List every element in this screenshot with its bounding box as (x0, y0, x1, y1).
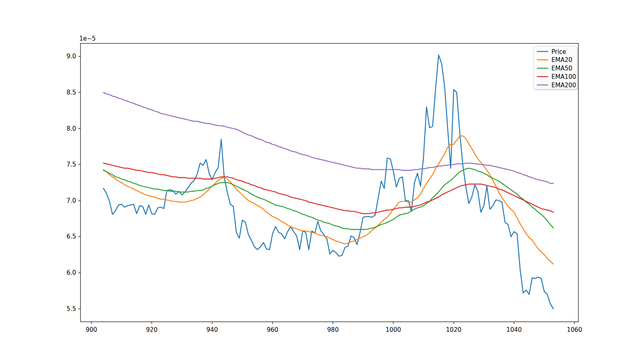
y-tick-label: 7.0 (66, 197, 76, 204)
x-tick-label: 980 (327, 326, 339, 333)
x-tick-label: 1040 (506, 326, 522, 333)
y-tick-label: 9.0 (66, 53, 76, 60)
line-chart: 90092094096098010001020104010605.56.06.5… (0, 0, 644, 362)
x-tick-label: 900 (86, 326, 97, 333)
x-tick-label: 940 (206, 326, 218, 333)
y-tick-label: 6.5 (66, 233, 76, 240)
legend-label-ema100: EMA100 (551, 73, 576, 80)
legend-label-ema20: EMA20 (551, 56, 572, 64)
x-tick-label: 1000 (386, 326, 401, 333)
legend-label-ema50: EMA50 (551, 65, 572, 72)
y-tick-label: 5.5 (66, 305, 76, 313)
y-tick-label: 8.0 (66, 125, 76, 132)
x-tick-label: 1060 (567, 326, 582, 333)
y-axis-offset-label: 1e−5 (79, 35, 96, 42)
y-tick-label: 7.5 (66, 161, 76, 168)
x-tick-label: 1020 (446, 326, 461, 333)
y-tick-label: 8.5 (66, 89, 76, 96)
figure-canvas: 90092094096098010001020104010605.56.06.5… (0, 0, 644, 362)
x-tick-label: 920 (146, 326, 158, 333)
y-tick-label: 6.0 (66, 269, 76, 276)
x-tick-label: 960 (267, 326, 279, 333)
legend-label-ema200: EMA200 (551, 82, 576, 89)
legend-label-price: Price (551, 48, 566, 56)
